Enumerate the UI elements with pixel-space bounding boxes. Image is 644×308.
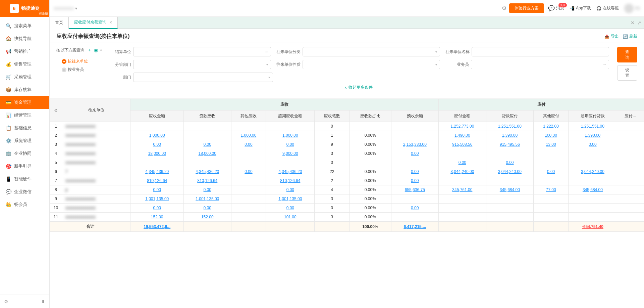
query-button[interactable]: 查询 (617, 47, 637, 62)
th-settings[interactable]: ⚙ (50, 99, 62, 122)
cell-ap_other[interactable]: 77.00 (534, 185, 569, 194)
tab-home[interactable]: 首页 (50, 17, 69, 29)
collapse-scheme-icon[interactable]: « (100, 48, 102, 52)
topbar-app-download[interactable]: 📲 App下载 (570, 5, 591, 11)
cell-ap_loan[interactable]: 3,044,240.00 (486, 167, 534, 176)
cell-ar_overdue[interactable]: 810,126.64 (266, 176, 315, 185)
cell-ar_prepay[interactable]: 0.00 (391, 204, 439, 213)
subdept-select[interactable]: ▾ (133, 73, 273, 82)
scheme-by-salesman[interactable]: ○ 按业务员 (59, 65, 102, 74)
cell-ar_overdue[interactable]: 101.00 (266, 213, 315, 222)
sidebar-item-search[interactable]: 🔍 搜索菜单 (0, 19, 49, 32)
cell-ar_loan[interactable]: 152.00 (183, 213, 231, 222)
sidebar-item-nav[interactable]: 🏠 快捷导航 (0, 32, 49, 45)
sidebar-item-marketing[interactable]: 📢 营销推广 (0, 45, 49, 58)
cell-ap_overdue[interactable]: 345,684.00 (569, 185, 617, 194)
refresh-button[interactable]: 🔄 刷新 (623, 34, 637, 39)
cell-ap_amount[interactable]: 3,044,240.00 (439, 167, 486, 176)
add-scheme-icon[interactable]: ＋ (87, 47, 92, 53)
cell-ar_overdue[interactable]: 0.00 (266, 204, 315, 213)
sidebar-item-hardware[interactable]: 📱 智能硬件 (0, 173, 49, 185)
cell-ar_prepay[interactable]: 0.00 (391, 149, 439, 158)
cell-ar_amount[interactable]: 152.00 (130, 213, 184, 222)
cell-ap_overdue[interactable]: 1,390.00 (569, 131, 617, 140)
cell-ap_amount[interactable]: 0.00 (439, 158, 486, 167)
cell-ap_overdue[interactable]: 1,251,551.00 (569, 122, 617, 131)
cell-ar_overdue[interactable]: 1,001,135.00 (266, 194, 315, 204)
sidebar-item-wechat[interactable]: 💬 企业微信 (0, 185, 49, 198)
total-ar-amount[interactable]: 19,553,472,6... (130, 222, 184, 232)
settlement-input[interactable]: ··· (133, 47, 271, 56)
cell-ap_other[interactable]: 13.00 (534, 140, 569, 149)
cell-ar_overdue[interactable]: 0.00 (266, 140, 315, 149)
cell-ap_amount[interactable]: 345,761.00 (439, 185, 486, 194)
solution-button[interactable]: 体验行业方案 (509, 3, 544, 13)
cell-ar_overdue[interactable]: 9,000.00 (266, 149, 315, 158)
sidebar-item-basic[interactable]: 📋 基础信息 (0, 122, 49, 134)
sidebar-item-business[interactable]: 📊 经营管理 (0, 109, 49, 122)
cell-ar_loan[interactable]: 810,126.64 (183, 176, 231, 185)
cell-ar_overdue[interactable]: 0.00 (266, 185, 315, 194)
cell-ar_prepay[interactable]: 0.00 (391, 167, 439, 176)
cell-ar_amount[interactable]: 18,000.00 (130, 149, 184, 158)
total-ap-overdue[interactable]: -654,751.40 (569, 222, 617, 232)
cell-ar_amount[interactable]: 0.00 (130, 185, 184, 194)
cell-ar_overdue[interactable]: 1,000.00 (266, 131, 315, 140)
export-button[interactable]: 📤 导出 (604, 34, 619, 39)
sidebar-item-corp[interactable]: 🏢 企业协同 (0, 147, 49, 160)
tab-expand-icon[interactable]: ⤢ (637, 20, 641, 26)
sidebar-item-inventory[interactable]: 📦 库存核算 (0, 83, 49, 96)
settings-footer-icon[interactable]: ⚙ (4, 299, 8, 304)
salesman-input[interactable]: ··· (471, 60, 609, 69)
topbar-user[interactable]: Rit (624, 4, 640, 13)
cell-ar_amount[interactable]: 0.00 (130, 204, 184, 213)
cell-ar_other[interactable]: 1,000.00 (231, 131, 266, 140)
sidebar-item-finance[interactable]: 💳 资金管理 (0, 96, 49, 109)
cell-ap_loan[interactable]: 0.00 (486, 158, 534, 167)
cell-ar_overdue[interactable]: 4,345,436.20 (266, 167, 315, 176)
sidebar-item-system[interactable]: ⚙️ 系统管理 (0, 134, 49, 147)
cell-ar_other[interactable]: 0.00 (231, 140, 266, 149)
sidebar-item-sales[interactable]: 💰 销售管理 (0, 58, 49, 71)
cell-ap_other[interactable]: 100.00 (534, 131, 569, 140)
cell-ap_loan[interactable]: 915,495.56 (486, 140, 534, 149)
partner-type-select[interactable]: ▾ (303, 47, 440, 56)
cell-ar_amount[interactable]: 1,000.00 (130, 131, 184, 140)
cell-ap_overdue[interactable]: 3,044,240.00 (569, 167, 617, 176)
collapse-footer-icon[interactable]: ⏸ (41, 299, 45, 304)
sidebar-item-member[interactable]: 👑 畅会员 (0, 198, 49, 211)
cell-ar_loan[interactable]: 0.00 (183, 140, 231, 149)
topbar-msg[interactable]: 💬 消息 99+ (548, 5, 564, 11)
scheme-by-partner[interactable]: ● 按往来单位 (59, 57, 102, 65)
cell-ap_other[interactable]: 1,222.00 (534, 122, 569, 131)
cell-ar_loan[interactable]: 1,001,135.00 (183, 194, 231, 204)
dept-select[interactable]: ▾ (133, 60, 271, 69)
cell-ap_amount[interactable]: 1,252,773.00 (439, 122, 486, 131)
cell-ar_amount[interactable]: 0.00 (130, 140, 184, 149)
cell-ar_loan[interactable]: 4,345,436.20 (183, 167, 231, 176)
cell-ar_amount[interactable]: 1,001,135.00 (130, 194, 184, 204)
set-button[interactable]: 设置 (617, 65, 637, 81)
cell-ar_amount[interactable]: 4,345,436.20 (130, 167, 184, 176)
table-settings-icon[interactable]: ⚙ (54, 108, 58, 113)
total-ar-prepay[interactable]: 6,417,215.... (391, 222, 439, 232)
tab-ar-ap[interactable]: 应收应付余额查询 × (69, 17, 118, 29)
cell-ap_other[interactable]: 0.00 (534, 167, 569, 176)
cell-ar_prepay[interactable]: 0.00 (391, 176, 439, 185)
topbar-gear-icon[interactable]: ⚙ (502, 5, 506, 11)
partner-name-input[interactable] (472, 47, 609, 56)
cell-ar_loan[interactable]: 0.00 (183, 204, 231, 213)
filter-collapse[interactable]: ∧ 收起更多条件 (108, 83, 609, 92)
cell-ar_amount[interactable]: 810,126.64 (130, 176, 184, 185)
cell-ar_prepay[interactable]: 2,153,333.00 (391, 140, 439, 149)
topbar-service[interactable]: 🎧 在线客服 (596, 5, 619, 11)
cell-ap_amount[interactable]: 915,508.56 (439, 140, 486, 149)
cell-ap_amount[interactable]: 1,490.00 (439, 131, 486, 140)
edit-scheme-icon[interactable]: ◉ (94, 47, 98, 53)
cell-ar_other[interactable]: 0.00 (231, 167, 266, 176)
cell-ap_loan[interactable]: 345,684.00 (486, 185, 534, 194)
cell-ap_loan[interactable]: 1,390.00 (486, 131, 534, 140)
cell-ar_loan[interactable]: 0.00 (183, 185, 231, 194)
table-wrapper[interactable]: ⚙ 往来单位 应收 应付 应收金额 贷款应收 其他应收 超期应收金额 应收笔数 … (50, 99, 644, 308)
topbar-arrow-icon[interactable]: ▾ (75, 6, 77, 11)
